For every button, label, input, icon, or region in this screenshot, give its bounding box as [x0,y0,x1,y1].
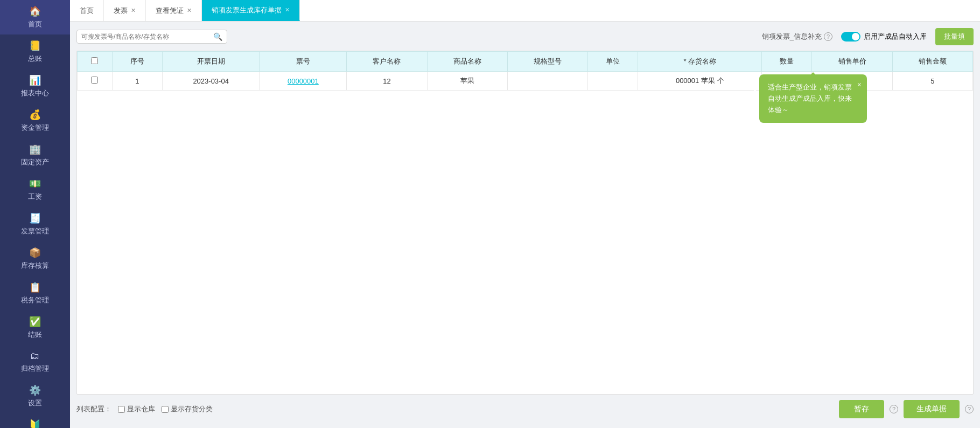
show-warehouse-input[interactable] [118,406,125,413]
inventory-icon: 📦 [29,247,41,259]
col-customer: 客户名称 [347,52,427,72]
toggle-switch[interactable]: 启用产成品自动入库 [841,32,927,42]
tab-invoice[interactable]: 发票 ✕ [104,0,146,21]
sidebar-item-invoice-mgmt-label: 发票管理 [21,226,49,236]
row-spec [507,72,587,91]
tab-bar: 首页 发票 ✕ 查看凭证 ✕ 销项发票生成库存单据 ✕ [70,0,980,22]
row-customer: 12 [347,72,427,91]
row-seq: 1 [112,72,162,91]
sidebar-item-fixed-assets[interactable]: 🏢 固定资产 [0,138,70,172]
sidebar-item-inventory[interactable]: 📦 库存核算 [0,241,70,276]
tab-view-voucher-close[interactable]: ✕ [187,7,192,14]
sidebar-item-closing-label: 结账 [28,330,42,340]
toggle-track[interactable] [841,32,860,42]
fixed-assets-icon: 🏢 [29,143,41,155]
sidebar-item-settings-label: 设置 [28,398,42,408]
ledger-icon: 📒 [29,40,41,52]
sidebar-item-funds[interactable]: 💰 资金管理 [0,103,70,138]
sidebar-item-home-label: 首页 [28,19,42,29]
tooltip-text: 适合生产型企业，销项发票自动生成产成品入库，快来体验～ [768,83,852,114]
bottom-actions: 暂存 ? 生成单据 ? [839,400,974,418]
col-unit-price: 销售单价 [812,52,892,72]
tax-icon: 📋 [29,281,41,293]
col-unit: 单位 [587,52,638,72]
search-input[interactable] [81,33,210,40]
col-seq: 序号 [112,52,162,72]
show-warehouse-checkbox[interactable]: 显示仓库 [118,404,155,414]
sidebar-item-tax-label: 税务管理 [21,295,49,305]
sidebar-item-home[interactable]: 🏠 首页 [0,0,70,34]
row-inventory: 000001 苹果 个 [638,72,762,91]
settings-icon: ⚙️ [29,384,41,396]
tab-home-label: 首页 [80,6,94,16]
col-spec: 规格型号 [507,52,587,72]
sidebar-item-archive-label: 归档管理 [21,364,49,374]
row-select-checkbox[interactable] [91,77,98,84]
sidebar-item-reports[interactable]: 📊 报表中心 [0,69,70,103]
payroll-icon: 💵 [29,178,41,190]
sidebar-item-reports-label: 报表中心 [21,88,49,98]
tooltip-bubble: × 适合生产型企业，销项发票自动生成产成品入库，快来体验～ [759,74,867,123]
sidebar-item-funds-label: 资金管理 [21,123,49,133]
show-category-label: 显示存货分类 [171,404,213,414]
row-checkbox [78,72,113,91]
col-qty: 数量 [762,52,812,72]
bottom-bar: 列表配置： 显示仓库 显示存货分类 暂存 ? 生成单据 ? [76,395,974,422]
row-amount: 5 [892,72,972,91]
closing-icon: ✅ [29,316,41,328]
tab-cancel-invoice[interactable]: 销项发票生成库存单据 ✕ [202,0,300,21]
sidebar-item-payroll-label: 工资 [28,192,42,202]
sidebar-item-invoice-mgmt[interactable]: 🧾 发票管理 [0,207,70,241]
show-warehouse-label: 显示仓库 [127,404,155,414]
main-area: 首页 发票 ✕ 查看凭证 ✕ 销项发票生成库存单据 ✕ 🔍 销项发票_信息补充 … [70,0,980,428]
tab-view-voucher-label: 查看凭证 [156,6,184,16]
toggle-thumb [852,33,859,40]
sidebar-item-payroll[interactable]: 💵 工资 [0,172,70,207]
tab-cancel-invoice-label: 销项发票生成库存单据 [212,5,282,15]
sidebar-item-tax[interactable]: 📋 税务管理 [0,276,70,310]
row-number[interactable]: 00000001 [260,72,347,91]
funds-icon: 💰 [29,109,41,121]
tooltip-close-button[interactable]: × [857,79,862,91]
tab-home[interactable]: 首页 [70,0,104,21]
col-amount: 销售金额 [892,52,972,72]
col-date: 开票日期 [162,52,260,72]
save-button[interactable]: 暂存 [839,400,884,418]
tab-view-voucher[interactable]: 查看凭证 ✕ [146,0,202,21]
sidebar-item-ledger[interactable]: 📒 总账 [0,34,70,69]
show-category-input[interactable] [162,406,169,413]
sidebar-item-closing[interactable]: ✅ 结账 [0,310,70,345]
info-label-text: 销项发票_信息补充 [762,32,822,42]
toolbar-row: 🔍 销项发票_信息补充 ? 启用产成品自动入库 批量填 [76,28,974,45]
sidebar: 🏠 首页 📒 总账 📊 报表中心 💰 资金管理 🏢 固定资产 💵 工资 🧾 发票… [0,0,70,428]
col-checkbox [78,52,113,72]
row-date: 2023-03-04 [162,72,260,91]
show-category-checkbox[interactable]: 显示存货分类 [162,404,213,414]
select-all-checkbox[interactable] [91,57,98,64]
row-unit [587,72,638,91]
search-box[interactable]: 🔍 [76,30,227,44]
generate-help-icon[interactable]: ? [965,405,974,413]
batch-fill-button[interactable]: 批量填 [935,28,974,45]
tooltip-cursor-bar [754,83,756,94]
sidebar-item-archive[interactable]: 🗂 归档管理 [0,345,70,379]
tab-cancel-invoice-close[interactable]: ✕ [285,6,290,13]
tab-invoice-label: 发票 [114,6,128,16]
col-goods: 商品名称 [427,52,507,72]
generate-button[interactable]: 生成单据 [904,400,960,418]
list-config: 列表配置： 显示仓库 显示存货分类 [76,404,213,414]
archive-icon: 🗂 [30,350,40,362]
sidebar-item-ledger-label: 总账 [28,54,42,64]
table-header-row: 序号 开票日期 票号 客户名称 商品名称 规格型号 单位 * 存货名称 数量 销… [78,52,973,72]
sidebar-item-guide[interactable]: 🔰 新手引导 [0,413,70,428]
save-help-icon[interactable]: ? [890,405,898,413]
sidebar-item-settings[interactable]: ⚙️ 设置 [0,379,70,413]
tab-invoice-close[interactable]: ✕ [131,7,136,14]
info-help-icon[interactable]: ? [824,32,832,41]
toggle-label: 启用产成品自动入库 [864,32,927,42]
search-icon[interactable]: 🔍 [213,32,222,41]
list-config-label: 列表配置： [76,404,111,414]
row-number-link[interactable]: 00000001 [288,77,319,85]
home-icon: 🏠 [29,5,41,17]
info-label: 销项发票_信息补充 ? [762,32,832,42]
